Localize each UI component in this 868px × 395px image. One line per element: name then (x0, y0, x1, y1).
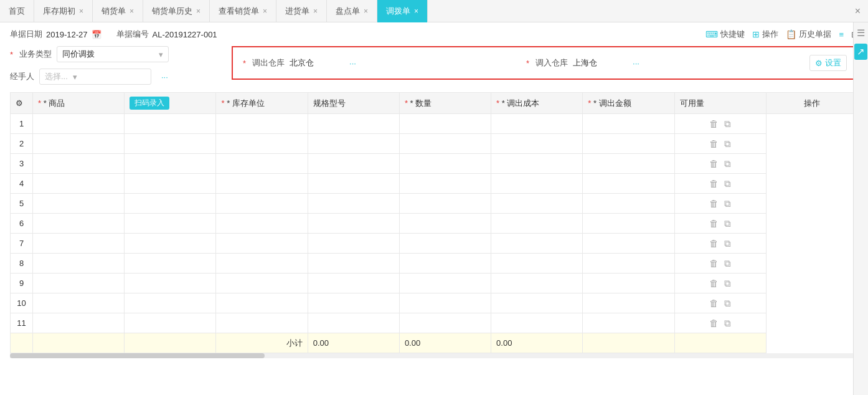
delete-icon[interactable]: 🗑 (709, 218, 719, 229)
row-unit[interactable] (125, 254, 216, 274)
row-amount[interactable] (491, 234, 583, 254)
row-amount[interactable] (491, 293, 583, 313)
row-product[interactable] (33, 154, 125, 174)
row-product[interactable] (33, 313, 125, 333)
row-cost[interactable] (399, 214, 491, 234)
delete-icon[interactable]: 🗑 (709, 158, 719, 169)
row-qty[interactable] (308, 313, 399, 333)
row-product[interactable] (33, 234, 125, 254)
row-spec[interactable] (216, 234, 308, 254)
calendar-icon[interactable]: 📅 (92, 30, 101, 39)
copy-icon[interactable]: ⧉ (724, 218, 731, 229)
col-scan[interactable]: 扫码录入 (125, 93, 216, 114)
row-product[interactable] (33, 134, 125, 154)
copy-icon[interactable]: ⧉ (724, 178, 731, 189)
row-amount[interactable] (491, 114, 583, 134)
col-gear[interactable]: ⚙ (11, 93, 33, 114)
delete-icon[interactable]: 🗑 (709, 258, 719, 269)
business-type-select[interactable]: 同价调拨 ▾ (57, 46, 169, 62)
row-qty[interactable] (308, 293, 399, 313)
row-unit[interactable] (125, 194, 216, 214)
tab-stocktake-close[interactable]: × (364, 7, 368, 16)
sidebar-list-icon[interactable]: ☰ (857, 27, 865, 39)
tab-sales-order[interactable]: 销货单 × (93, 0, 143, 22)
delete-icon[interactable]: 🗑 (709, 118, 719, 129)
row-unit[interactable] (125, 234, 216, 254)
row-cost[interactable] (399, 254, 491, 274)
row-spec[interactable] (216, 313, 308, 333)
row-amount[interactable] (491, 313, 583, 333)
row-amount[interactable] (491, 194, 583, 214)
row-amount[interactable] (491, 214, 583, 234)
delete-icon[interactable]: 🗑 (709, 198, 719, 209)
tab-transfer[interactable]: 调拨单 × (377, 0, 428, 22)
row-unit[interactable] (125, 313, 216, 333)
setting-button[interactable]: ⚙ 设置 (809, 55, 847, 71)
row-spec[interactable] (216, 174, 308, 194)
copy-icon[interactable]: ⧉ (724, 278, 731, 288)
row-unit[interactable] (125, 214, 216, 234)
tab-sales-history[interactable]: 销货单历史 × (143, 0, 210, 22)
tab-inventory-init[interactable]: 库存期初 × (34, 0, 93, 22)
operate-button[interactable]: ⊞ 操作 (752, 29, 778, 40)
row-qty[interactable] (308, 194, 399, 214)
row-product[interactable] (33, 214, 125, 234)
target-warehouse-more[interactable]: ··· (633, 59, 639, 68)
row-spec[interactable] (216, 293, 308, 313)
window-close-button[interactable]: × (847, 6, 868, 17)
copy-icon[interactable]: ⧉ (724, 238, 731, 249)
scroll-thumb[interactable] (10, 353, 265, 358)
row-qty[interactable] (308, 114, 399, 134)
row-cost[interactable] (399, 313, 491, 333)
row-cost[interactable] (399, 174, 491, 194)
shortcut-button[interactable]: ⌨ 快捷键 (705, 29, 745, 40)
row-amount[interactable] (491, 274, 583, 293)
row-qty[interactable] (308, 174, 399, 194)
row-qty[interactable] (308, 214, 399, 234)
row-spec[interactable] (216, 114, 308, 134)
tab-stocktake[interactable]: 盘点单 × (327, 0, 377, 22)
row-cost[interactable] (399, 274, 491, 293)
row-product[interactable] (33, 274, 125, 293)
row-amount[interactable] (491, 154, 583, 174)
tab-sales-history-close[interactable]: × (196, 7, 200, 16)
tab-transfer-close[interactable]: × (414, 7, 418, 16)
copy-icon[interactable]: ⧉ (724, 138, 731, 149)
history-button[interactable]: 📋 历史单据 (786, 29, 831, 40)
row-spec[interactable] (216, 134, 308, 154)
row-spec[interactable] (216, 274, 308, 293)
tab-inventory-init-close[interactable]: × (79, 7, 83, 16)
sidebar-external-icon[interactable]: ↗ (854, 44, 867, 60)
copy-icon[interactable]: ⧉ (724, 298, 731, 308)
tab-purchase-order-close[interactable]: × (313, 7, 318, 16)
row-cost[interactable] (399, 114, 491, 134)
row-product[interactable] (33, 293, 125, 313)
row-amount[interactable] (491, 134, 583, 154)
row-qty[interactable] (308, 234, 399, 254)
row-unit[interactable] (125, 134, 216, 154)
delete-icon[interactable]: 🗑 (709, 318, 719, 328)
tab-sales-order-close[interactable]: × (130, 7, 134, 16)
row-cost[interactable] (399, 134, 491, 154)
scan-button[interactable]: 扫码录入 (130, 97, 169, 110)
row-qty[interactable] (308, 254, 399, 274)
row-qty[interactable] (308, 154, 399, 174)
copy-icon[interactable]: ⧉ (724, 158, 731, 169)
delete-icon[interactable]: 🗑 (709, 238, 719, 249)
copy-icon[interactable]: ⧉ (724, 198, 731, 209)
row-product[interactable] (33, 254, 125, 274)
copy-icon[interactable]: ⧉ (724, 258, 731, 269)
row-spec[interactable] (216, 154, 308, 174)
row-cost[interactable] (399, 234, 491, 254)
row-unit[interactable] (125, 274, 216, 293)
source-warehouse-more[interactable]: ··· (349, 59, 356, 68)
row-cost[interactable] (399, 194, 491, 214)
row-qty[interactable] (308, 134, 399, 154)
delete-icon[interactable]: 🗑 (709, 298, 719, 308)
tab-view-sales-close[interactable]: × (263, 7, 267, 16)
copy-icon[interactable]: ⧉ (724, 118, 731, 129)
row-unit[interactable] (125, 174, 216, 194)
tab-purchase-order[interactable]: 进货单 × (276, 0, 327, 22)
agent-more-button[interactable]: ··· (161, 72, 168, 82)
row-amount[interactable] (491, 254, 583, 274)
